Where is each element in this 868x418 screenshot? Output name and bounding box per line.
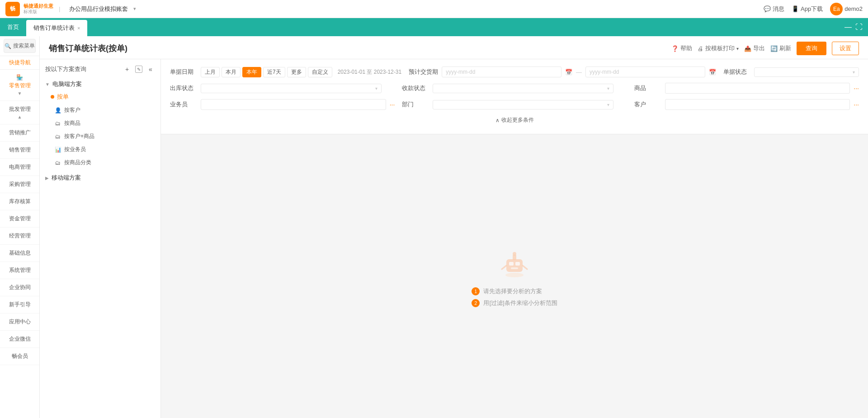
expected-date-group: 预计交货期 📅 — 📅: [409, 66, 716, 77]
sidebar-item-marketing[interactable]: 营销推广: [0, 124, 39, 142]
sidebar-item-sales[interactable]: 销售管理: [0, 142, 39, 159]
salesperson-icon: 📊: [54, 146, 61, 153]
sidebar-item-wholesale[interactable]: 批发管理 ▲: [0, 101, 39, 124]
calendar-start-icon[interactable]: 📅: [565, 69, 572, 76]
sidebar-item-vip[interactable]: 畅会员: [0, 348, 39, 365]
search-menu-btn[interactable]: 🔍 搜索菜单: [4, 39, 36, 53]
sidebar-item-retail[interactable]: 🏪 零售管理 ▼: [0, 70, 39, 101]
salesperson-more-icon[interactable]: ···: [390, 101, 395, 108]
main-content: 按以下方案查询 + ✎ «: [40, 59, 868, 418]
quick-nav-btn[interactable]: 快捷导航: [0, 56, 39, 70]
query-btn[interactable]: 查询: [797, 42, 826, 55]
schemes-title: 按以下方案查询: [45, 65, 86, 73]
print-arrow-icon: ▾: [736, 46, 739, 51]
scheme-add-btn[interactable]: +: [123, 65, 132, 74]
filter-panel: 单据日期 上月 本月 本年 近7天 更多 自定义 2023-01-01 至 20…: [161, 59, 868, 134]
tabbar-minimize-btn[interactable]: —: [844, 23, 852, 31]
this-month-btn[interactable]: 本月: [222, 67, 241, 77]
goods-more-icon[interactable]: ···: [854, 85, 859, 92]
dept-select[interactable]: ▾: [433, 100, 613, 109]
app-download-btn[interactable]: 📱 App下载: [792, 5, 823, 13]
salesperson-input[interactable]: [201, 99, 386, 110]
last-7-days-btn[interactable]: 近7天: [263, 67, 285, 77]
sidebar-item-procurement[interactable]: 采购管理: [0, 176, 39, 193]
sidebar-item-inventory[interactable]: 库存核算: [0, 193, 39, 210]
svg-rect-2: [509, 262, 514, 266]
schemes-panel: 按以下方案查询 + ✎ «: [40, 59, 161, 418]
tab-close-btn[interactable]: ×: [77, 25, 80, 31]
empty-state: 1 请先选择要分析的方案 2 用[过滤]条件来缩小分析范围: [161, 134, 868, 418]
customer-icon: 👤: [54, 107, 61, 114]
settings-btn[interactable]: 设置: [832, 42, 859, 55]
sidebar-item-appstore[interactable]: 应用中心: [0, 314, 39, 331]
print-icon: 🖨: [698, 45, 703, 52]
svg-point-0: [505, 273, 524, 277]
date-range-display: 2023-01-01 至 2023-12-31: [338, 68, 401, 76]
last-month-btn[interactable]: 上月: [201, 67, 220, 77]
tabbar-maximize-btn[interactable]: ⛶: [855, 23, 863, 31]
sidebar-item-finance[interactable]: 资金管理: [0, 210, 39, 228]
sidebar-item-system[interactable]: 系统管理: [0, 262, 39, 279]
ship-arrow-icon: ▾: [375, 86, 377, 91]
customer-group: 客户 ···: [634, 99, 859, 110]
payment-arrow-icon: ▾: [607, 86, 609, 91]
app-title-arrow[interactable]: ▾: [133, 6, 136, 12]
sidebar-item-wholesale-arrow: ▲: [18, 114, 22, 119]
date-filter-group: 单据日期 上月 本月 本年 近7天 更多 自定义 2023-01-01 至 20…: [170, 67, 401, 77]
print-btn[interactable]: 🖨 按模板打印 ▾: [698, 44, 739, 52]
app-title: 办公用品行业模拟账套: [69, 5, 128, 13]
ship-status-select[interactable]: ▾: [201, 84, 382, 93]
sidebar-item-enterprise[interactable]: 企业协同: [0, 279, 39, 296]
search-icon: 🔍: [5, 43, 11, 49]
tab-home[interactable]: 首页: [0, 18, 26, 36]
message-btn[interactable]: 💬 消息: [764, 5, 784, 13]
user-menu[interactable]: Ea demo2: [830, 3, 863, 15]
scheme-item-by-category[interactable]: 🗂 按商品分类: [45, 156, 155, 169]
scheme-item-by-customer-goods[interactable]: 🗂 按客户+商品: [45, 130, 155, 143]
brand-tagline: 畅捷通好生意: [24, 3, 53, 9]
sidebar-item-retail-arrow: ▼: [18, 91, 22, 96]
scheme-item-by-goods[interactable]: 🗂 按商品: [45, 117, 155, 130]
salesperson-label: 业务员: [170, 100, 197, 109]
sidebar-item-basic[interactable]: 基础信息: [0, 245, 39, 262]
dept-arrow-icon: ▾: [607, 102, 609, 107]
brand-version: 标准版: [24, 9, 53, 14]
sidebar-item-newbie[interactable]: 新手引导: [0, 296, 39, 314]
tab-sales-order[interactable]: 销售订单统计表 ×: [26, 20, 87, 36]
svg-rect-1: [506, 259, 523, 272]
scheme-category-mobile-header[interactable]: ▶ 移动端方案: [45, 172, 155, 184]
scheme-collapse-btn[interactable]: «: [146, 65, 155, 74]
sidebar-item-wechat[interactable]: 企业微信: [0, 331, 39, 348]
collapse-bar[interactable]: ∧ 收起更多条件: [170, 114, 859, 127]
page-header: 销售订单统计表(按单) ❓ 帮助 🖨 按模板打印 ▾ 📤 导出 🔄 刷新: [40, 36, 868, 59]
help-btn[interactable]: ❓ 帮助: [671, 44, 692, 52]
customer-input[interactable]: [665, 99, 850, 110]
expected-date-start[interactable]: [442, 66, 561, 77]
mobile-category-arrow-icon: ▶: [45, 176, 49, 180]
scheme-category-pc-header[interactable]: ▼ 电脑端方案: [45, 78, 155, 90]
empty-illustration: [496, 246, 533, 282]
salesperson-group: 业务员 ···: [170, 99, 395, 110]
refresh-icon: 🔄: [770, 45, 778, 52]
user-avatar: Ea: [830, 3, 843, 15]
scheme-edit-btn[interactable]: ✎: [134, 65, 143, 74]
custom-btn[interactable]: 自定义: [308, 67, 332, 77]
export-btn[interactable]: 📤 导出: [744, 44, 765, 52]
goods-input[interactable]: [665, 83, 850, 94]
refresh-btn[interactable]: 🔄 刷新: [770, 44, 791, 52]
customer-more-icon[interactable]: ···: [854, 101, 859, 108]
scheme-item-by-customer[interactable]: 👤 按客户: [45, 104, 155, 117]
calendar-end-icon[interactable]: 📅: [709, 69, 716, 76]
filter-results: 单据日期 上月 本月 本年 近7天 更多 自定义 2023-01-01 至 20…: [161, 59, 868, 418]
scheme-item-by-order[interactable]: 按单: [45, 90, 155, 104]
expected-date-end[interactable]: [585, 66, 705, 77]
more-btn[interactable]: 更多: [287, 67, 306, 77]
scheme-item-by-salesperson[interactable]: 📊 按业务员: [45, 143, 155, 156]
sidebar-item-operations[interactable]: 经营管理: [0, 228, 39, 245]
doc-status-select[interactable]: ▾: [754, 67, 859, 77]
payment-status-select[interactable]: ▾: [433, 84, 613, 93]
sidebar-item-ecommerce[interactable]: 电商管理: [0, 159, 39, 176]
this-year-btn[interactable]: 本年: [242, 67, 261, 77]
goods-group: 商品 ···: [634, 83, 859, 94]
content: 销售订单统计表(按单) ❓ 帮助 🖨 按模板打印 ▾ 📤 导出 🔄 刷新: [40, 36, 868, 418]
